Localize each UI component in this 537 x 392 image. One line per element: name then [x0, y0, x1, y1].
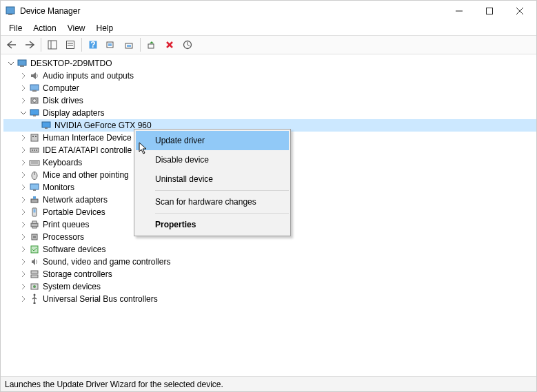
tree-node-label: Display adapters — [43, 108, 104, 118]
svg-rect-49 — [31, 223, 38, 227]
toolbar-separator — [140, 38, 141, 52]
expander-closed-icon[interactable] — [19, 83, 28, 93]
tree-node[interactable]: Disk drives — [3, 94, 536, 107]
tree-node-label: IDE ATA/ATAPI controlle — [43, 145, 132, 155]
svg-rect-24 — [32, 90, 37, 92]
status-bar: Launches the Update Driver Wizard for th… — [1, 376, 536, 391]
svg-rect-3 — [487, 8, 493, 14]
svg-rect-45 — [31, 199, 38, 203]
forward-button[interactable] — [21, 37, 38, 52]
hid-icon — [29, 132, 40, 143]
ctx-uninstall-device[interactable]: Uninstall device — [136, 169, 289, 189]
tree-node-label: Processors — [43, 232, 84, 242]
uninstall-device-button[interactable] — [161, 37, 178, 52]
svg-rect-28 — [33, 115, 36, 116]
expander-closed-icon[interactable] — [19, 282, 28, 291]
svg-point-58 — [33, 285, 36, 288]
svg-point-37 — [36, 149, 37, 151]
menu-action[interactable]: Action — [28, 22, 61, 34]
tree-node-label: System devices — [43, 282, 101, 291]
tree-node-label: Software devices — [43, 245, 105, 254]
tree-root[interactable]: DESKTOP-2D9MTDO — [3, 57, 536, 70]
minimize-button[interactable] — [444, 1, 474, 21]
tree-node[interactable]: Computer — [3, 82, 536, 94]
svg-rect-27 — [30, 110, 39, 115]
svg-rect-1 — [8, 14, 12, 15]
expander-closed-icon[interactable] — [19, 232, 28, 242]
expander-icon[interactable] — [6, 59, 16, 68]
portable-icon — [29, 207, 40, 218]
maximize-button[interactable] — [474, 1, 505, 21]
computer-icon — [29, 83, 40, 94]
show-hide-console-button[interactable] — [44, 37, 61, 52]
display-icon — [29, 107, 40, 118]
expander-closed-icon[interactable] — [19, 257, 28, 267]
expander-closed-icon[interactable] — [19, 71, 28, 81]
properties-button[interactable] — [62, 37, 79, 52]
ctx-scan-for-hardware-changes[interactable]: Scan for hardware changes — [136, 192, 289, 212]
tree-node-label: Mice and other pointing — [43, 170, 129, 180]
expander-closed-icon[interactable] — [19, 133, 28, 143]
context-menu: Update driverDisable deviceUninstall dev… — [134, 129, 291, 236]
tree-node[interactable]: Display adapters — [3, 107, 536, 119]
app-icon — [5, 6, 16, 17]
expander-closed-icon[interactable] — [19, 183, 28, 192]
tree-node[interactable]: Storage controllers — [3, 268, 536, 280]
expander-closed-icon[interactable] — [19, 158, 28, 167]
title-bar: Device Manager — [1, 1, 536, 21]
back-button[interactable] — [3, 37, 20, 52]
help-button[interactable]: ? — [85, 37, 101, 52]
svg-rect-54 — [31, 246, 38, 253]
svg-point-35 — [32, 149, 33, 151]
tree-node[interactable]: Sound, video and game controllers — [3, 256, 536, 268]
expander-open-icon[interactable] — [19, 108, 28, 118]
tree-node[interactable]: Universal Serial Bus controllers — [3, 293, 536, 305]
tree-node-label: Audio inputs and outputs — [43, 71, 134, 81]
menu-bar: File Action View Help — [1, 21, 536, 35]
svg-rect-0 — [6, 7, 14, 14]
tree-node-label: Human Interface Device — [43, 133, 132, 143]
svg-rect-53 — [33, 236, 36, 238]
svg-rect-55 — [31, 271, 38, 274]
disable-device-button[interactable] — [179, 37, 196, 52]
svg-rect-31 — [31, 134, 38, 141]
ctx-properties[interactable]: Properties — [136, 215, 289, 234]
enable-device-button[interactable] — [143, 37, 160, 52]
tree-node[interactable]: Audio inputs and outputs — [3, 70, 536, 82]
expander-closed-icon[interactable] — [19, 145, 28, 155]
svg-point-59 — [34, 294, 36, 296]
toolbar-separator — [81, 38, 82, 52]
menu-file[interactable]: File — [3, 22, 28, 34]
window-title: Device Manager — [20, 6, 444, 16]
ctx-separator — [155, 190, 289, 191]
close-button[interactable] — [505, 1, 535, 21]
scan-hardware-button[interactable] — [103, 37, 119, 52]
expander-closed-icon[interactable] — [19, 269, 28, 279]
expander-closed-icon[interactable] — [19, 220, 28, 229]
menu-help[interactable]: Help — [91, 22, 119, 34]
update-driver-button[interactable] — [121, 37, 137, 52]
monitor-icon — [29, 182, 40, 193]
tree-node-label: Monitors — [43, 183, 74, 192]
tree-node[interactable]: Software devices — [3, 243, 536, 256]
svg-rect-22 — [20, 65, 24, 67]
ctx-update-driver[interactable]: Update driver — [136, 131, 289, 150]
expander-closed-icon[interactable] — [19, 207, 28, 217]
tree-node-label: Storage controllers — [43, 269, 112, 279]
tree-node[interactable]: System devices — [3, 280, 536, 293]
svg-rect-46 — [33, 196, 36, 199]
toolbar: ? — [1, 35, 536, 54]
svg-rect-32 — [32, 136, 34, 137]
disk-icon — [29, 95, 40, 106]
svg-rect-50 — [32, 221, 37, 223]
ctx-disable-device[interactable]: Disable device — [136, 150, 289, 169]
menu-view[interactable]: View — [62, 22, 91, 34]
expander-closed-icon[interactable] — [19, 170, 28, 180]
expander-closed-icon[interactable] — [19, 195, 28, 205]
svg-rect-17 — [148, 44, 154, 48]
expander-closed-icon[interactable] — [19, 96, 28, 105]
expander-closed-icon[interactable] — [19, 294, 28, 304]
expander-closed-icon[interactable] — [19, 245, 28, 254]
window-controls — [444, 1, 535, 21]
tree-node-label: Keyboards — [43, 158, 82, 167]
